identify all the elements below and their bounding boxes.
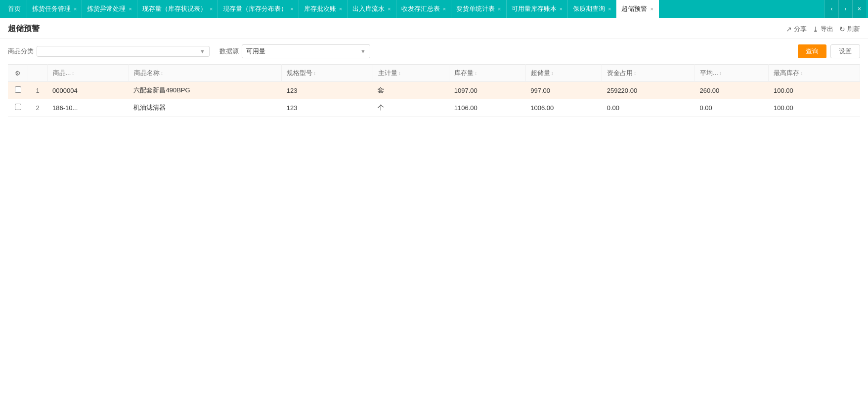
nav-tab-10[interactable]: 超储预警×	[616, 0, 658, 18]
th-gear[interactable]: ⚙	[8, 65, 28, 82]
nav-tab-label-10: 超储预警	[621, 4, 647, 13]
export-button[interactable]: ⤓ 导出	[813, 25, 833, 34]
row-checkbox-0[interactable]	[15, 86, 21, 93]
export-label: 导出	[821, 25, 833, 34]
table-body: 1 0000004 六配套新昌490BPG 123 套 1097.00 997.…	[8, 82, 860, 117]
row-code-0: 0000004	[47, 82, 129, 99]
th-unit[interactable]: 主计量↕	[373, 65, 449, 82]
th-stock[interactable]: 库存量↕	[449, 65, 525, 82]
table-container: ⚙ 商品...↕ 商品名称↕ 规格型号↕ 主计量↕ 库存量↕ 超储量↕ 资金占用…	[0, 64, 868, 117]
nav-tab-2[interactable]: 现存量（库存状况表）×	[137, 0, 218, 18]
nav-home-label: 首页	[8, 4, 21, 13]
table-row: 1 0000004 六配套新昌490BPG 123 套 1097.00 997.…	[8, 82, 860, 99]
nav-tab-0[interactable]: 拣货任务管理×	[27, 0, 82, 18]
page-container: 超储预警 ↗ 分享 ⤓ 导出 ↻ 刷新 商品分类 ▼ 数据源	[0, 18, 868, 395]
nav-tab-close-5[interactable]: ×	[388, 6, 391, 12]
th-avg[interactable]: 平均...↕	[694, 65, 769, 82]
gear-icon: ⚙	[15, 70, 21, 77]
row-checkbox-cell-1	[8, 99, 28, 117]
nav-tab-close-7[interactable]: ×	[498, 6, 501, 12]
export-icon: ⤓	[813, 25, 819, 33]
top-nav: 首页 拣货任务管理×拣货异常处理×现存量（库存状况表）×现存量（库存分布表）×库…	[0, 0, 868, 18]
category-chevron-icon: ▼	[200, 48, 205, 54]
row-checkbox-1[interactable]	[15, 104, 21, 110]
share-label: 分享	[794, 25, 807, 34]
nav-tab-label-7: 要货单统计表	[456, 4, 495, 13]
nav-tab-9[interactable]: 保质期查询×	[568, 0, 616, 18]
th-name[interactable]: 商品名称↕	[129, 65, 281, 82]
category-filter: 商品分类 ▼	[8, 46, 210, 57]
row-stock-0: 1097.00	[449, 82, 525, 99]
datasource-select[interactable]: 可用量 ▼	[242, 44, 370, 58]
data-table: ⚙ 商品...↕ 商品名称↕ 规格型号↕ 主计量↕ 库存量↕ 超储量↕ 资金占用…	[8, 64, 860, 117]
row-name-0: 六配套新昌490BPG	[129, 82, 281, 99]
nav-tab-3[interactable]: 现存量（库存分布表）×	[218, 0, 299, 18]
row-checkbox-cell-0	[8, 82, 28, 99]
nav-tab-7[interactable]: 要货单统计表×	[451, 0, 506, 18]
filter-area: 商品分类 ▼ 数据源 可用量 ▼ 查询 设置	[0, 39, 868, 64]
page-header: 超储预警 ↗ 分享 ⤓ 导出 ↻ 刷新	[0, 18, 868, 39]
th-max-stock[interactable]: 最高库存↕	[769, 65, 860, 82]
nav-tab-4[interactable]: 库存批次账×	[299, 0, 347, 18]
filter-buttons: 查询 设置	[798, 44, 860, 58]
row-overstock-0: 997.00	[525, 82, 602, 99]
nav-tab-label-1: 拣货异常处理	[87, 4, 126, 13]
nav-tab-label-3: 现存量（库存分布表）	[223, 4, 287, 13]
nav-tab-label-6: 收发存汇总表	[401, 4, 440, 13]
row-overstock-1: 1006.00	[525, 99, 602, 117]
nav-tab-label-0: 拣货任务管理	[32, 4, 71, 13]
row-capital-0: 259220.00	[602, 82, 695, 99]
row-max-stock-0: 100.00	[769, 82, 860, 99]
row-num-0: 1	[28, 82, 47, 99]
nav-tab-close-9[interactable]: ×	[608, 6, 611, 12]
nav-arrow-right[interactable]: ›	[838, 0, 852, 18]
table-row: 2 186-10... 机油滤清器 123 个 1106.00 1006.00 …	[8, 99, 860, 117]
nav-tab-close-0[interactable]: ×	[74, 6, 77, 12]
nav-arrow-close[interactable]: ×	[852, 0, 866, 18]
nav-tabs-container: 拣货任务管理×拣货异常处理×现存量（库存状况表）×现存量（库存分布表）×库存批次…	[27, 0, 825, 18]
nav-arrows: ‹ › ×	[825, 0, 866, 18]
nav-tab-close-1[interactable]: ×	[129, 6, 131, 12]
share-button[interactable]: ↗ 分享	[786, 25, 807, 34]
nav-tab-close-3[interactable]: ×	[290, 6, 293, 12]
nav-tab-1[interactable]: 拣货异常处理×	[82, 0, 137, 18]
nav-tab-label-4: 库存批次账	[304, 4, 336, 13]
row-max-stock-1: 100.00	[769, 99, 860, 117]
nav-tab-close-10[interactable]: ×	[650, 6, 653, 12]
refresh-icon: ↻	[839, 25, 845, 33]
datasource-label: 数据源	[219, 47, 239, 56]
refresh-button[interactable]: ↻ 刷新	[839, 25, 860, 34]
datasource-value: 可用量	[246, 47, 265, 56]
category-select[interactable]: ▼	[37, 46, 210, 57]
th-capital[interactable]: 资金占用↕	[602, 65, 695, 82]
th-row-num	[28, 65, 47, 82]
nav-tab-close-4[interactable]: ×	[339, 6, 342, 12]
th-spec[interactable]: 规格型号↕	[282, 65, 373, 82]
datasource-chevron-icon: ▼	[360, 48, 366, 54]
row-avg-0: 260.00	[694, 82, 769, 99]
row-spec-0: 123	[282, 82, 373, 99]
nav-tab-label-8: 可用量库存账本	[512, 4, 557, 13]
th-code[interactable]: 商品...↕	[47, 65, 129, 82]
nav-tab-close-8[interactable]: ×	[560, 6, 563, 12]
nav-tab-label-9: 保质期查询	[573, 4, 605, 13]
nav-tab-8[interactable]: 可用量库存账本×	[507, 0, 568, 18]
datasource-filter: 数据源 可用量 ▼	[219, 44, 370, 58]
nav-arrow-left[interactable]: ‹	[825, 0, 838, 18]
query-button[interactable]: 查询	[798, 44, 826, 58]
row-unit-0: 套	[373, 82, 449, 99]
table-header: ⚙ 商品...↕ 商品名称↕ 规格型号↕ 主计量↕ 库存量↕ 超储量↕ 资金占用…	[8, 65, 860, 82]
nav-tab-close-6[interactable]: ×	[443, 6, 446, 12]
nav-tab-5[interactable]: 出入库流水×	[347, 0, 396, 18]
th-overstock[interactable]: 超储量↕	[525, 65, 602, 82]
category-label: 商品分类	[8, 47, 34, 56]
row-spec-1: 123	[282, 99, 373, 117]
settings-button[interactable]: 设置	[830, 44, 860, 58]
nav-tab-close-2[interactable]: ×	[210, 6, 213, 12]
row-avg-1: 0.00	[694, 99, 769, 117]
row-num-1: 2	[28, 99, 47, 117]
nav-home[interactable]: 首页	[2, 0, 27, 18]
nav-tab-6[interactable]: 收发存汇总表×	[396, 0, 451, 18]
nav-tab-label-5: 出入库流水	[352, 4, 385, 13]
row-name-1: 机油滤清器	[129, 99, 281, 117]
